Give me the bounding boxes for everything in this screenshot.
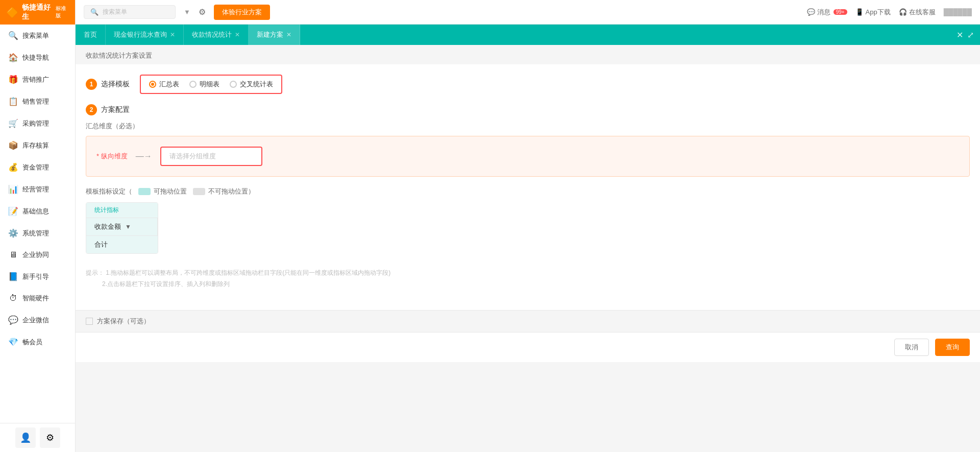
sidebar-item-management[interactable]: 📊 经营管理 — [0, 178, 75, 200]
metrics-cell-amount[interactable]: 收款金额 ▼ — [86, 218, 158, 236]
search-icon: 🔍 — [90, 8, 99, 16]
home-icon: 🏠 — [8, 53, 18, 62]
metrics-cell-label: 收款金额 — [94, 222, 121, 231]
dimension-input[interactable]: 请选择分组维度 — [160, 147, 262, 166]
gear-icon: ⚙️ — [8, 228, 18, 238]
username-display[interactable]: ██████ — [944, 8, 972, 16]
trial-button[interactable]: 体验行业方案 — [214, 5, 270, 20]
tab-close-icon[interactable]: ✕ — [235, 31, 240, 38]
tab-label: 首页 — [84, 30, 97, 39]
sidebar-item-basic[interactable]: 📝 基础信息 — [0, 200, 75, 222]
tab-bank-flow[interactable]: 现金银行流水查询 ✕ — [106, 25, 184, 45]
sidebar-item-label: 企业微信 — [22, 316, 49, 325]
tab-new-plan[interactable]: 新建方案 ✕ — [249, 25, 300, 45]
phone-icon: 📱 — [855, 8, 864, 16]
app-download-item[interactable]: 📱 App下载 — [855, 8, 891, 17]
radio-cross[interactable]: 交叉统计表 — [230, 80, 273, 89]
radio-label-cross: 交叉统计表 — [240, 80, 273, 89]
movable-label: 可拖动位置 — [154, 187, 187, 196]
sidebar-item-search[interactable]: 🔍 搜索菜单 — [0, 25, 75, 46]
tab-home[interactable]: 首页 — [76, 25, 106, 45]
sidebar-item-inventory[interactable]: 📦 库存核算 — [0, 134, 75, 156]
step1-number: 1 — [86, 79, 97, 90]
footer-actions: 取消 查询 — [76, 332, 980, 362]
step1-header: 1 选择模板 汇总表 明细表 交叉统计表 — [86, 75, 970, 94]
radio-circle-cross — [230, 81, 237, 88]
query-button[interactable]: 查询 — [935, 339, 970, 356]
step2-title: 方案配置 — [101, 105, 130, 114]
radio-summary[interactable]: 汇总表 — [149, 80, 179, 89]
template-selector: 汇总表 明细表 交叉统计表 — [140, 75, 282, 94]
sidebar-item-label: 经营管理 — [22, 185, 49, 194]
close-all-tabs-icon[interactable]: ✕ — [957, 30, 963, 40]
sidebar-item-wechat[interactable]: 💬 企业微信 — [0, 309, 75, 331]
cancel-button[interactable]: 取消 — [894, 339, 929, 356]
tab-label: 现金银行流水查询 — [114, 30, 167, 39]
metrics-table: 统计指标 收款金额 ▼ 合计 — [86, 202, 158, 254]
online-service-item[interactable]: 🎧 在线客服 — [899, 8, 936, 17]
form-panel: 1 选择模板 汇总表 明细表 交叉统计表 — [76, 64, 980, 310]
dropdown-chevron-icon[interactable]: ▼ — [125, 223, 131, 230]
sales-icon: 📋 — [8, 97, 18, 106]
sidebar-item-label: 快捷导航 — [22, 53, 49, 62]
metrics-cell-total: 合计 — [86, 236, 158, 253]
tab-close-icon[interactable]: ✕ — [170, 31, 175, 38]
sidebar-item-member[interactable]: 💎 畅会员 — [0, 331, 75, 353]
sidebar-settings-btn[interactable]: ⚙ — [40, 427, 60, 448]
sidebar-item-label: 库存核算 — [22, 141, 49, 150]
gear-icon[interactable]: ⚙ — [199, 7, 206, 17]
sidebar: 🔶 畅捷通好生 标准版 🔍 搜索菜单 🏠 快捷导航 🎁 营销推广 📋 销售管理 … — [0, 0, 76, 452]
headset-icon: 🎧 — [899, 8, 907, 16]
app-download-label: App下载 — [866, 8, 891, 17]
sidebar-item-marketing[interactable]: 🎁 营销推广 — [0, 68, 75, 90]
dimension-area: 纵向维度 —→ 请选择分组维度 — [86, 136, 970, 177]
hints-line1: 1.拖动标题栏可以调整布局，不可跨维度或指标区域拖动栏目字段(只能在同一维度或指… — [106, 269, 390, 276]
sidebar-item-hardware[interactable]: ⏱ 智能硬件 — [0, 288, 75, 309]
online-service-label: 在线客服 — [909, 8, 936, 17]
sidebar-item-guide[interactable]: 📘 新手引导 — [0, 266, 75, 288]
tab-receipt-stats[interactable]: 收款情况统计 ✕ — [184, 25, 249, 45]
sidebar-bottom: 👤 ⚙ — [0, 423, 75, 452]
hints-line2: 2.点击标题栏下拉可设置排序、插入列和删除列 — [102, 280, 230, 288]
sidebar-item-label: 企业协同 — [22, 250, 49, 259]
sidebar-item-system[interactable]: ⚙️ 系统管理 — [0, 222, 75, 244]
sidebar-item-nav[interactable]: 🏠 快捷导航 — [0, 46, 75, 68]
radio-label-detail: 明细表 — [200, 80, 219, 89]
dimension-label: 汇总维度（必选） — [86, 122, 970, 131]
notification-item[interactable]: 💬 消息 99+ — [807, 8, 847, 17]
sidebar-user-btn[interactable]: 👤 — [15, 427, 36, 448]
dimension-placeholder: 请选择分组维度 — [169, 152, 216, 160]
dimension-row: 纵向维度 —→ 请选择分组维度 — [96, 147, 959, 166]
radio-detail[interactable]: 明细表 — [189, 80, 219, 89]
gift-icon: 🎁 — [8, 75, 18, 84]
dimension-config: 汇总维度（必选） 纵向维度 —→ 请选择分组维度 模板指 — [86, 122, 970, 290]
sidebar-item-label: 系统管理 — [22, 229, 49, 238]
breadcrumb: 收款情况统计方案设置 — [76, 45, 980, 64]
step1-section: 1 选择模板 汇总表 明细表 交叉统计表 — [86, 75, 970, 94]
sidebar-item-label: 销售管理 — [22, 97, 49, 106]
arrow-icon: —→ — [136, 152, 152, 161]
expand-icon[interactable]: ⤢ — [967, 30, 974, 40]
tabbar-actions: ✕ ⤢ — [950, 25, 980, 45]
legend-movable: 可拖动位置 — [138, 187, 187, 196]
cart-icon: 🛒 — [8, 118, 18, 128]
sidebar-item-enterprise[interactable]: 🖥 企业协同 — [0, 244, 75, 266]
sidebar-item-finance[interactable]: 💰 资金管理 — [0, 156, 75, 178]
metrics-header-text: 模板指标设定（ — [86, 187, 132, 196]
tab-close-icon[interactable]: ✕ — [286, 31, 291, 38]
sidebar-item-sales[interactable]: 📋 销售管理 — [0, 90, 75, 112]
notification-label: 消息 — [817, 8, 830, 17]
tab-label: 新建方案 — [257, 30, 283, 39]
metrics-header: 模板指标设定（ 可拖动位置 不可拖动位置） — [86, 187, 970, 196]
dropdown-arrow-icon[interactable]: ▼ — [184, 8, 190, 16]
monitor-icon: 🖥 — [8, 250, 18, 259]
save-section: 方案保存（可选） — [76, 310, 980, 332]
search-icon: 🔍 — [8, 31, 18, 40]
sidebar-item-purchase[interactable]: 🛒 采购管理 — [0, 112, 75, 134]
metrics-total-label: 合计 — [94, 241, 108, 248]
save-checkbox[interactable] — [86, 318, 93, 325]
tabbar: 首页 现金银行流水查询 ✕ 收款情况统计 ✕ 新建方案 ✕ ✕ ⤢ — [76, 25, 980, 45]
step2-section: 2 方案配置 汇总维度（必选） 纵向维度 —→ 请选择分组维度 — [86, 104, 970, 290]
search-box[interactable]: 🔍 搜索菜单 — [84, 5, 176, 19]
sidebar-item-label: 畅会员 — [22, 338, 42, 347]
